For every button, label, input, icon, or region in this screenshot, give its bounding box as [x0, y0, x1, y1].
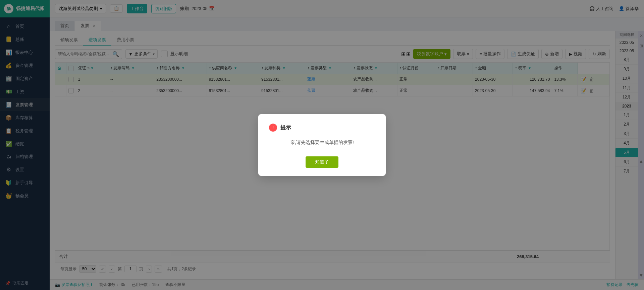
modal-footer: 知道了	[269, 156, 375, 168]
modal-ok-btn[interactable]: 知道了	[306, 156, 338, 168]
modal-dialog: ! 提示 亲,请先选择要生成单据的发票! 知道了	[258, 114, 386, 176]
modal-title: ! 提示	[269, 124, 375, 132]
modal-message: 亲,请先选择要生成单据的发票!	[269, 137, 375, 148]
modal-overlay: ! 提示 亲,请先选择要生成单据的发票! 知道了	[0, 0, 644, 290]
modal-title-text: 提示	[280, 124, 291, 131]
warning-icon: !	[269, 124, 277, 132]
